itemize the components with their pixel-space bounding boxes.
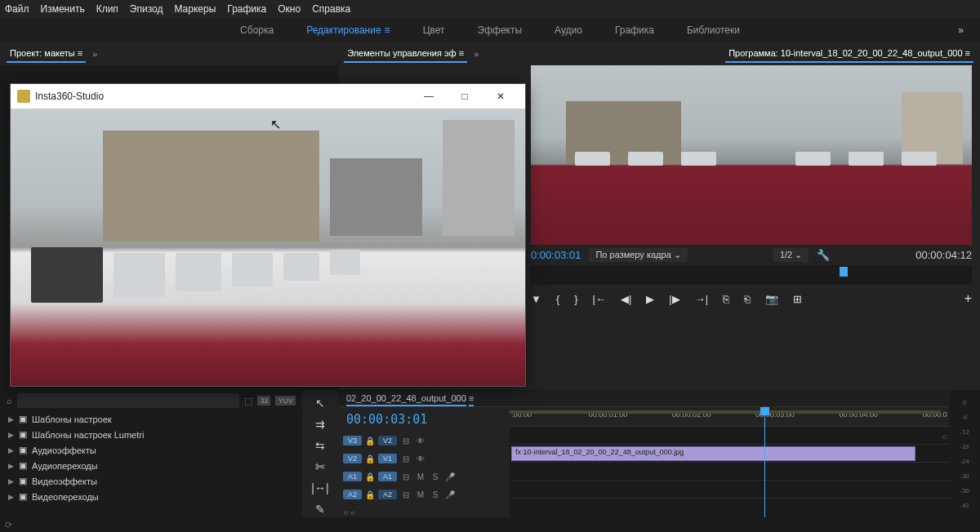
playhead-marker[interactable]: [840, 267, 848, 277]
menu-icon[interactable]: ≡: [385, 24, 390, 36]
zoom-fit-dropdown[interactable]: По размеру кадра ⌄: [589, 248, 687, 262]
panel-menu-icon[interactable]: ≡: [459, 48, 464, 58]
panel-menu-icon[interactable]: ≡: [78, 48, 82, 58]
insta360-window[interactable]: Insta360-Studio — □ ✕ ↖: [10, 83, 526, 387]
go-to-out-button[interactable]: →|: [695, 293, 708, 305]
mark-in-button[interactable]: {: [556, 293, 559, 305]
folder-icon: ▣: [19, 429, 27, 440]
sync-lock-icon[interactable]: ⊟: [400, 472, 412, 481]
settings-icon[interactable]: 🔧: [817, 249, 830, 261]
add-marker-icon[interactable]: ▼: [531, 293, 541, 305]
program-scrubber[interactable]: [531, 265, 972, 285]
search-input[interactable]: [17, 393, 239, 408]
audio-meters: 0 -6 -12 -18 -24 -30 -36 -42 -∞ dB: [949, 390, 980, 532]
ripple-tool-icon[interactable]: ⇆: [315, 439, 325, 452]
browser-item[interactable]: ▶▣Видеоэффекты: [0, 473, 302, 489]
maximize-button[interactable]: □: [447, 84, 483, 109]
timeline-timecode[interactable]: 00:00:03:01: [338, 407, 510, 432]
insta360-viewport[interactable]: ↖: [11, 109, 525, 386]
solo-button[interactable]: S: [430, 490, 441, 499]
lock-icon[interactable]: 🔒: [365, 472, 375, 481]
sync-icon[interactable]: ⟳: [5, 520, 12, 530]
menu-file[interactable]: Файл: [5, 3, 29, 15]
ws-overflow[interactable]: »: [958, 24, 964, 36]
close-button[interactable]: ✕: [483, 84, 519, 109]
panel-menu-icon[interactable]: ≡: [469, 393, 474, 406]
project-panel-tab[interactable]: Проект: макеты ≡: [7, 45, 86, 63]
resolution-dropdown[interactable]: 1/2 ⌄: [773, 248, 808, 262]
ws-effects[interactable]: Эффекты: [478, 24, 523, 36]
mute-button[interactable]: M: [415, 490, 426, 499]
button-editor[interactable]: +: [964, 291, 972, 306]
timeline-tracks[interactable]: :00:00 00:00:01:00 00:00:02:00 00:00:03:…: [510, 407, 949, 532]
panel-menu-icon[interactable]: ≡: [965, 48, 970, 58]
eye-icon[interactable]: 👁: [415, 437, 426, 446]
ws-assembly[interactable]: Сборка: [240, 24, 274, 36]
selection-tool-icon[interactable]: ↖: [315, 397, 325, 410]
step-forward-button[interactable]: |▶: [669, 293, 679, 305]
lock-icon[interactable]: 🔒: [365, 490, 375, 499]
solo-button[interactable]: S: [430, 472, 441, 481]
sync-lock-icon[interactable]: ⊟: [400, 490, 412, 499]
export-frame-button[interactable]: 📷: [765, 293, 778, 305]
pen-tool-icon[interactable]: ✎: [315, 503, 325, 516]
browser-item[interactable]: ▶▣Шаблоны настроек Lumetri: [0, 427, 302, 442]
track-v3[interactable]: V3🔒 V2 ⊟👁: [338, 432, 510, 450]
effect-controls-tab[interactable]: Элементы управления эф ≡: [344, 45, 467, 63]
video-clip[interactable]: fx 10-interval_18_02_20_00_22_48_output_…: [511, 446, 915, 461]
lift-button[interactable]: ⎘: [723, 293, 729, 305]
menu-graphics[interactable]: Графика: [227, 3, 266, 15]
panel-overflow[interactable]: »: [474, 49, 479, 59]
program-timecode[interactable]: 0:00:03:01: [531, 249, 581, 261]
folder-icon: ▣: [19, 445, 27, 455]
ws-libraries[interactable]: Библиотеки: [687, 24, 740, 36]
menu-window[interactable]: Окно: [278, 3, 301, 15]
track-select-tool-icon[interactable]: ⇉: [315, 418, 325, 431]
time-ruler[interactable]: :00:00 00:00:01:00 00:00:02:00 00:00:03:…: [510, 407, 949, 427]
ws-graphics[interactable]: Графика: [615, 24, 654, 36]
go-to-in-button[interactable]: |←: [593, 293, 606, 305]
program-video[interactable]: [531, 65, 972, 245]
slip-tool-icon[interactable]: |↔|: [311, 481, 328, 494]
sequence-tab[interactable]: 02_20_00_22_48_output_000 ≡: [338, 390, 949, 407]
browser-item[interactable]: ▶▣Аудиоэффекты: [0, 442, 302, 458]
menu-markers[interactable]: Маркеры: [174, 3, 216, 15]
razor-tool-icon[interactable]: ✄: [315, 460, 325, 473]
mic-icon[interactable]: 🎤: [444, 472, 456, 481]
browser-item[interactable]: ▶▣Шаблоны настроек: [0, 411, 302, 427]
eye-icon[interactable]: 👁: [415, 454, 426, 463]
lock-icon[interactable]: 🔒: [365, 454, 375, 463]
mic-icon[interactable]: 🎤: [444, 490, 456, 499]
preset-icon[interactable]: ⬚: [244, 396, 252, 406]
track-a2[interactable]: A2🔒 A2 ⊟ M S 🎤: [338, 485, 510, 503]
play-button[interactable]: ▶: [646, 293, 654, 305]
mute-button[interactable]: M: [415, 472, 426, 481]
badge-32-icon[interactable]: 32: [257, 396, 270, 406]
menu-clip[interactable]: Клип: [96, 3, 118, 15]
sync-lock-icon[interactable]: ⊟: [400, 437, 412, 446]
badge-yuv-icon[interactable]: YUV: [275, 396, 296, 406]
browser-item[interactable]: ▶▣Видеопереходы: [0, 489, 302, 504]
ws-color[interactable]: Цвет: [423, 24, 445, 36]
extract-button[interactable]: ⎗: [744, 293, 751, 305]
browser-item[interactable]: ▶▣Аудиопереходы: [0, 458, 302, 473]
menu-edit[interactable]: Изменить: [41, 3, 85, 15]
track-a1[interactable]: A1🔒 A1 ⊟ M S 🎤: [338, 468, 510, 485]
ws-editing[interactable]: Редактирование≡: [306, 24, 390, 36]
mark-out-button[interactable]: }: [574, 293, 577, 305]
track-v2[interactable]: V2🔒 V1 ⊟👁: [338, 450, 510, 468]
folder-icon: ▣: [19, 476, 27, 486]
program-panel-tab[interactable]: Программа: 10-interval_18_02_20_00_22_48…: [725, 45, 973, 63]
menu-sequence[interactable]: Эпизод: [130, 3, 163, 15]
timeline-playhead[interactable]: [764, 407, 765, 532]
lock-icon[interactable]: 🔒: [365, 437, 375, 446]
sync-lock-icon[interactable]: ⊟: [400, 454, 412, 463]
window-titlebar[interactable]: Insta360-Studio — □ ✕: [11, 84, 525, 109]
step-back-button[interactable]: ◀|: [621, 293, 631, 305]
ws-audio[interactable]: Аудио: [555, 24, 582, 36]
comparison-button[interactable]: ⊞: [793, 293, 802, 305]
minimize-button[interactable]: —: [411, 84, 447, 109]
panel-overflow[interactable]: »: [92, 49, 97, 59]
fx-badge: fx: [515, 448, 521, 456]
menu-help[interactable]: Справка: [312, 3, 350, 15]
